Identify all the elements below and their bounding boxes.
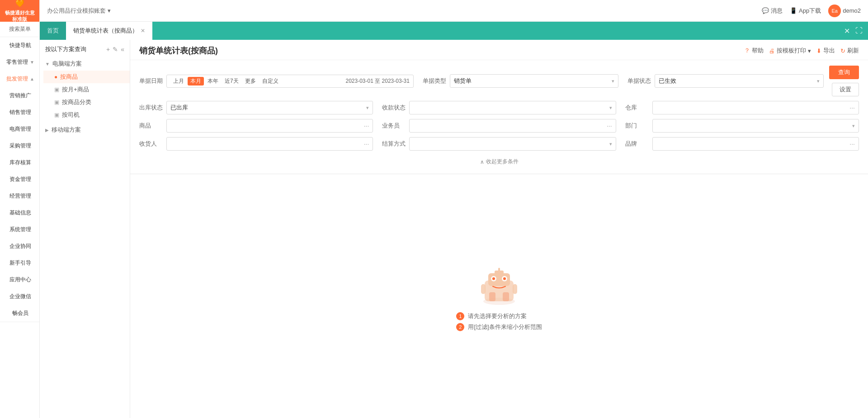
sidebar-item-basic[interactable]: 基础信息: [0, 204, 39, 221]
wholesale-label: 批发管理: [6, 75, 28, 83]
filter-row-2: 出库状态 已出库 ▾ 收款状态 ▾: [139, 101, 859, 114]
user-profile-btn[interactable]: Ea demo2: [828, 5, 861, 17]
query-button[interactable]: 查询: [829, 66, 859, 79]
pc-group-label: 电脑端方案: [52, 60, 82, 68]
sidebar-item-enterprise-coop[interactable]: 企业协同: [0, 238, 39, 255]
tip-text-2: 用[过滤]条件来缩小分析范围: [468, 323, 542, 331]
filter-add-icon[interactable]: +: [106, 46, 110, 53]
export-btn[interactable]: ⬇ 导出: [816, 47, 835, 55]
doc-type-control[interactable]: 销货单 ▾: [450, 74, 619, 88]
tab-close-all-icon[interactable]: ✕: [842, 25, 852, 37]
filter-item-by-month-product[interactable]: ▣ 按月+商品: [43, 83, 130, 96]
date-range-text: 2023-03-01 至 2023-03-31: [346, 77, 410, 85]
brand-control[interactable]: ···: [652, 137, 859, 151]
sidebar-item-ecommerce[interactable]: 电商管理: [0, 121, 39, 138]
tab-close-icon[interactable]: ✕: [141, 28, 145, 34]
svg-rect-12: [503, 292, 509, 301]
date-tab-more[interactable]: 更多: [242, 77, 259, 86]
date-tab-last-month[interactable]: 上月: [170, 77, 187, 86]
mobile-group-arrow: ▶: [45, 128, 49, 133]
sidebar-item-system[interactable]: 系统管理: [0, 221, 39, 238]
filter-group-pc-title[interactable]: ▼ 电脑端方案: [40, 57, 130, 71]
filter-doc-type-field: 单据类型 销货单 ▾: [423, 74, 619, 88]
main-right: 销货单统计表(按商品) ？ 帮助 🖨 按模板打印 ▾ ⬇ 导出: [130, 40, 868, 418]
sidebar-item-purchase[interactable]: 采购管理: [0, 138, 39, 154]
out-status-control[interactable]: 已出库 ▾: [166, 101, 373, 114]
app-download-label: App下载: [799, 7, 821, 15]
print-btn[interactable]: 🖨 按模板打印 ▾: [769, 47, 811, 55]
page-title-actions: ？ 帮助 🖨 按模板打印 ▾ ⬇ 导出 ↻ 刷新: [744, 47, 859, 55]
salesman-control[interactable]: ···: [409, 119, 616, 133]
svg-rect-9: [481, 284, 486, 294]
sidebar-item-operation[interactable]: 经营管理: [0, 188, 39, 204]
empty-tip-2: 2 用[过滤]条件来缩小分析范围: [456, 323, 542, 331]
filter-collapse-icon[interactable]: «: [121, 46, 124, 53]
filter-panel-title: 按以下方案查询: [45, 45, 86, 53]
finance-label: 资金管理: [9, 176, 31, 183]
salesman-dots[interactable]: ···: [607, 122, 612, 129]
tab-sales-stats[interactable]: 销货单统计表（按商品） ✕: [66, 22, 152, 40]
app-download-btn[interactable]: 📱 App下载: [790, 7, 821, 15]
tab-right-icons: ✕ ⛶: [842, 25, 868, 37]
recipient-dots[interactable]: ···: [364, 140, 369, 147]
date-tab-this-year[interactable]: 本年: [205, 77, 221, 86]
doc-type-value: 销货单: [454, 77, 612, 85]
mobile-group-label: 移动端方案: [52, 126, 81, 134]
filter-row-3: 商品 ··· 业务员 ···: [139, 119, 859, 133]
filter-item-by-product[interactable]: ● 按商品: [43, 71, 130, 83]
messages-btn[interactable]: 💬 消息: [762, 7, 783, 15]
product-control[interactable]: ···: [166, 119, 373, 133]
sidebar-item-wholesale[interactable]: 批发管理 ▲: [0, 71, 39, 87]
sidebar-item-finance[interactable]: 资金管理: [0, 171, 39, 188]
tab-home[interactable]: 首页: [40, 22, 66, 40]
out-status-value: 已出库: [170, 104, 366, 112]
doc-status-value: 已生效: [659, 77, 817, 85]
sidebar-item-sales[interactable]: 销售管理: [0, 104, 39, 121]
sidebar-item-quick-nav[interactable]: 快捷导航: [0, 37, 39, 54]
filter-edit-icon[interactable]: ✎: [113, 46, 118, 53]
filter-out-status-field: 出库状态 已出库 ▾: [139, 101, 373, 114]
filter-item-by-cashier[interactable]: ▣ 按司机: [43, 109, 130, 121]
payment-status-control[interactable]: ▾: [409, 101, 616, 114]
doc-type-label: 单据类型: [423, 77, 450, 85]
setting-button[interactable]: 设置: [832, 83, 859, 96]
by-cashier-label: 按司机: [62, 111, 80, 119]
logo-icon: 🧡: [15, 0, 24, 9]
refresh-btn[interactable]: ↻ 刷新: [840, 47, 859, 55]
date-tab-this-month[interactable]: 本月: [188, 77, 204, 86]
sidebar-item-newbie[interactable]: 新手引导: [0, 255, 39, 271]
warehouse-dots[interactable]: ···: [849, 104, 855, 111]
filter-panel-header: 按以下方案查询 + ✎ «: [40, 45, 130, 57]
settlement-control[interactable]: ▾: [409, 137, 616, 151]
export-icon: ⬇: [816, 48, 821, 54]
collapse-more-btn[interactable]: ∧ 收起更多条件: [139, 155, 859, 168]
industry-selector[interactable]: 办公用品行业模拟账套 ▾: [47, 7, 111, 15]
recipient-control[interactable]: ···: [166, 137, 373, 151]
brand-dots[interactable]: ···: [849, 140, 855, 147]
warehouse-control[interactable]: ···: [652, 101, 859, 114]
payment-status-label: 收款状态: [382, 104, 409, 112]
by-month-product-icon: ▣: [54, 86, 59, 93]
sidebar-item-app-center[interactable]: 应用中心: [0, 271, 39, 288]
filter-date-field: 单据日期 上月 本月 本年 近7天 更多 自定义 2023-03-01 至 20…: [139, 75, 414, 88]
sidebar-item-enterprise-wechat[interactable]: 企业微信: [0, 288, 39, 305]
filter-group-mobile-title[interactable]: ▶ 移动端方案: [40, 123, 130, 137]
department-control[interactable]: ▾: [652, 119, 859, 133]
search-menu[interactable]: 搜索菜单: [0, 22, 39, 37]
date-range-box[interactable]: 上月 本月 本年 近7天 更多 自定义 2023-03-01 至 2023-03…: [166, 75, 414, 88]
filter-item-by-product-category[interactable]: ▣ 按商品分类: [43, 96, 130, 109]
product-dots[interactable]: ···: [364, 122, 369, 129]
sidebar-item-retail[interactable]: 零售管理 ▼: [0, 54, 39, 71]
sidebar-item-inventory[interactable]: 库存核算: [0, 154, 39, 171]
help-btn[interactable]: ？ 帮助: [744, 47, 764, 55]
avatar-text: Ea: [832, 8, 838, 14]
date-tab-7days[interactable]: 近7天: [222, 77, 241, 86]
sidebar-item-member[interactable]: 畅会员: [0, 305, 39, 322]
doc-status-control[interactable]: 已生效 ▾: [655, 74, 824, 88]
date-tab-custom[interactable]: 自定义: [259, 77, 281, 86]
tab-maximize-icon[interactable]: ⛶: [854, 25, 864, 37]
pc-group-arrow: ▼: [45, 62, 50, 66]
salesman-label: 业务员: [382, 122, 409, 130]
filter-department-field: 部门 ▾: [625, 119, 859, 133]
sidebar-item-marketing[interactable]: 营销推广: [0, 87, 39, 104]
